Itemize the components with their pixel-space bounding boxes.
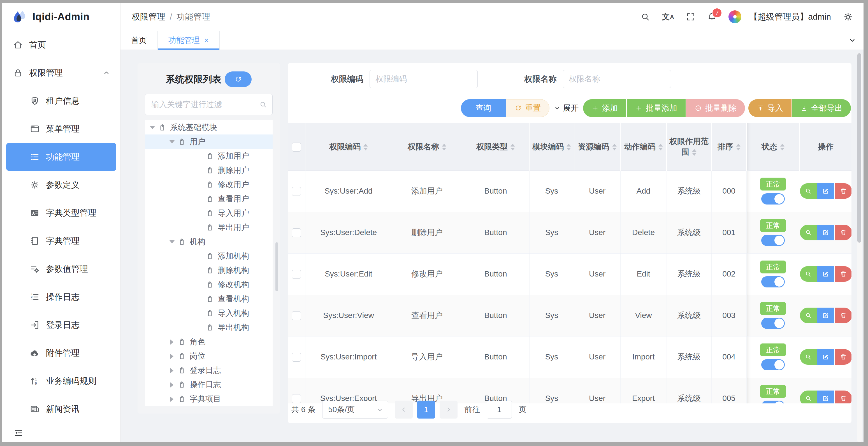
sort-icon[interactable] (566, 144, 571, 151)
tree-node[interactable]: 导出用户 (145, 220, 273, 234)
sidebar-item-login[interactable]: 登录日志 (2, 311, 120, 339)
delete-button[interactable] (835, 183, 852, 199)
tree-filter-input[interactable] (145, 94, 273, 115)
prev-page-button[interactable] (395, 401, 413, 418)
filter-code-input[interactable] (370, 70, 478, 88)
tree-node[interactable]: 查看用户 (145, 192, 273, 206)
sidebar-item-id-card[interactable]: 字典类型管理 (2, 199, 120, 227)
search-icon[interactable] (641, 12, 650, 22)
add-button[interactable]: 添加 (583, 99, 627, 117)
col-header-status[interactable]: 状态 (746, 123, 800, 170)
status-toggle[interactable] (761, 359, 785, 370)
batch-delete-button[interactable]: 批量删除 (686, 99, 745, 117)
translate-icon[interactable]: 文A (662, 13, 674, 21)
tree-node[interactable]: 添加机构 (145, 249, 273, 263)
bell-icon[interactable]: 7 (707, 12, 717, 22)
row-checkbox[interactable] (292, 353, 301, 362)
tree-node[interactable]: 岗位 (145, 349, 273, 363)
tree-node[interactable]: 导入机构 (145, 306, 273, 320)
tree-node[interactable]: 操作日志 (145, 377, 273, 392)
sidebar-item-cloud-upload[interactable]: 附件管理 (2, 339, 120, 367)
status-toggle[interactable] (761, 235, 785, 246)
tree-node[interactable]: 修改用户 (145, 177, 273, 192)
user-name[interactable]: 【超级管理员】admin (749, 11, 831, 23)
edit-button[interactable] (817, 183, 835, 199)
settings-gear-icon[interactable] (843, 11, 854, 22)
collapse-sidebar-icon[interactable] (13, 428, 24, 438)
tree-node[interactable]: 添加用户 (145, 149, 273, 163)
sidebar-item-sort-numeric[interactable]: 19 业务编码规则 (2, 367, 120, 395)
edit-button[interactable] (817, 349, 835, 365)
delete-button[interactable] (835, 308, 852, 323)
row-checkbox[interactable] (292, 270, 301, 279)
col-header-module[interactable]: 模块编码 (529, 123, 574, 170)
batch-add-button[interactable]: 批量添加 (627, 99, 686, 117)
reset-button[interactable]: 重置 (506, 99, 550, 117)
view-button[interactable] (800, 183, 817, 199)
select-all-checkbox[interactable] (292, 142, 301, 152)
tab-function-management[interactable]: 功能管理 × (158, 31, 220, 50)
sort-icon[interactable] (736, 144, 741, 151)
export-all-button[interactable]: 全部导出 (792, 99, 851, 117)
view-button[interactable] (800, 266, 817, 282)
breadcrumb-item[interactable]: 权限管理 (132, 11, 165, 23)
view-button[interactable] (800, 390, 817, 404)
fullscreen-icon[interactable] (686, 12, 695, 22)
tree-node[interactable]: 修改机构 (145, 277, 273, 292)
sidebar-item-numbered-list[interactable]: 123 操作日志 (2, 283, 120, 311)
refresh-tree-button[interactable] (225, 71, 252, 87)
col-header-scope[interactable]: 权限作用范围 (666, 123, 711, 170)
sort-icon[interactable] (692, 149, 696, 156)
edit-button[interactable] (817, 308, 835, 323)
avatar[interactable] (728, 10, 741, 23)
row-checkbox[interactable] (292, 187, 301, 196)
tab-actions-dropdown[interactable] (848, 31, 864, 50)
col-header-type[interactable]: 权限类型 (462, 123, 529, 170)
col-header-resource[interactable]: 资源编码 (574, 123, 620, 170)
view-button[interactable] (800, 308, 817, 323)
delete-button[interactable] (835, 225, 852, 241)
sidebar-item-home[interactable]: 首页 (2, 31, 120, 59)
sidebar-item-gear[interactable]: 参数定义 (2, 171, 120, 199)
delete-button[interactable] (835, 349, 852, 365)
delete-button[interactable] (835, 390, 852, 404)
query-button[interactable]: 查询 (461, 99, 506, 117)
tree-node[interactable]: 导出机构 (145, 320, 273, 334)
edit-button[interactable] (817, 225, 835, 241)
expand-toggle[interactable]: 展开 (554, 103, 579, 114)
sort-icon[interactable] (612, 144, 617, 151)
page-size-select[interactable]: 50条/页 (322, 401, 388, 418)
tree-node[interactable]: 登录日志 (145, 363, 273, 377)
col-header-name[interactable]: 权限名称 (392, 123, 462, 170)
sidebar-item-param-values[interactable]: 参数值管理 (2, 255, 120, 283)
tree-node[interactable]: 查看机构 (145, 292, 273, 306)
sidebar-item-lock[interactable]: 权限管理 (2, 59, 120, 87)
edit-button[interactable] (817, 390, 835, 404)
next-page-button[interactable] (440, 401, 458, 418)
status-toggle[interactable] (761, 401, 785, 404)
tree-node[interactable]: 系统基础模块 (145, 120, 273, 134)
row-checkbox[interactable] (292, 311, 301, 320)
sort-icon[interactable] (442, 144, 446, 151)
tree-node[interactable]: 导入用户 (145, 206, 273, 220)
scrollbar-thumb[interactable] (857, 53, 861, 243)
status-toggle[interactable] (761, 276, 785, 287)
view-button[interactable] (800, 349, 817, 365)
tree-node[interactable]: 角色 (145, 334, 273, 349)
sort-icon[interactable] (363, 144, 368, 151)
close-tab-icon[interactable]: × (204, 36, 209, 45)
sidebar-item-func-list[interactable]: 功能管理 (6, 143, 116, 171)
tree-node[interactable]: 删除机构 (145, 263, 273, 277)
tree-node[interactable]: 用户 (145, 134, 273, 149)
tree-node[interactable]: 字典项目 (145, 392, 273, 406)
goto-page-input[interactable] (487, 401, 512, 418)
col-header-code[interactable]: 权限编码 (305, 123, 392, 170)
tree-node[interactable]: 机构 (145, 234, 273, 249)
filter-name-input[interactable] (563, 70, 671, 88)
delete-button[interactable] (835, 266, 852, 282)
sidebar-item-tenant[interactable]: 租户信息 (2, 87, 120, 115)
page-1-button[interactable]: 1 (417, 401, 435, 418)
tree-scrollbar[interactable] (275, 242, 278, 291)
sidebar-item-dict-book[interactable]: 字典管理 (2, 227, 120, 255)
tab-home[interactable]: 首页 (121, 31, 158, 50)
